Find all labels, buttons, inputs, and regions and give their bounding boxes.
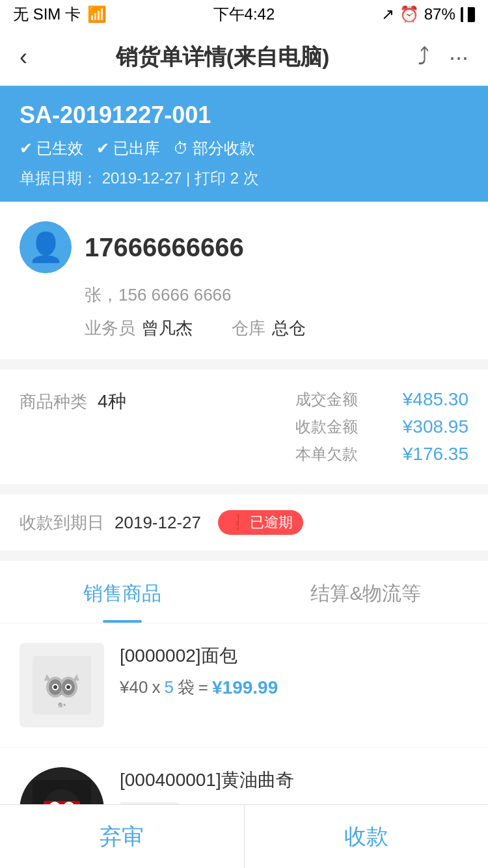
page-title: 销货单详情(来自电脑) (116, 42, 330, 72)
back-button[interactable]: ‹ (20, 44, 27, 71)
status-left: 无 SIM 卡 📶 (13, 4, 107, 25)
due-label: 收款到期日 (20, 511, 104, 534)
warehouse-label: 仓库 (232, 317, 265, 340)
location-icon: ↗ (381, 5, 394, 23)
overdue-text: 已逾期 (250, 513, 293, 532)
tabs-row: 销售商品 结算&物流等 (0, 561, 488, 623)
battery-icon: ▌ (461, 7, 475, 22)
amount-label-2: 收款金额 (295, 416, 358, 437)
date-label: 单据日期： (20, 169, 98, 187)
category-value: 4种 (98, 389, 126, 414)
amount-label-3: 本单欠款 (295, 444, 358, 465)
customer-name: 张，156 6666 6666 (20, 284, 468, 306)
badge-effective: ✔ 已生效 (20, 138, 83, 159)
tab-settlement[interactable]: 结算&物流等 (244, 561, 488, 623)
amount-row-2: 收款金额 ¥308.95 (295, 416, 468, 437)
svg-point-8 (66, 685, 70, 689)
header-date: 单据日期： 2019-12-27 | 打印 2 次 (20, 168, 468, 189)
clock-icon: ⏱ (173, 139, 189, 157)
product-name-1: [0000002]面包 (120, 643, 468, 668)
amount-value-2: ¥308.95 (377, 416, 468, 437)
nav-bar: ‹ 销货单详情(来自电脑) ⤴ ··· (0, 29, 488, 86)
tab-products[interactable]: 销售商品 (0, 561, 244, 623)
check-icon-1: ✔ (20, 139, 33, 157)
list-item: 鱼+ [0000002]面包 ¥40 x 5 袋 = ¥199.99 (0, 623, 488, 748)
summary-row: 商品种类 4种 成交金额 ¥485.30 收款金额 ¥308.95 本单欠款 ¥… (20, 389, 468, 465)
badge-shipped: ✔ 已出库 (96, 138, 160, 159)
confirm-button[interactable]: 收款 (245, 805, 489, 868)
unit-1: 袋 (178, 676, 195, 699)
overdue-badge: ❗ 已逾期 (218, 510, 303, 535)
customer-section: 👤 17666666666 张，156 6666 6666 业务员 曾凡杰 仓库… (0, 202, 488, 359)
date-value: 2019-12-27 (102, 169, 182, 187)
status-bar: 无 SIM 卡 📶 下午4:42 ↗ ⏰ 87% ▌ (0, 0, 488, 29)
status-time: 下午4:42 (213, 4, 275, 25)
due-date-section: 收款到期日 2019-12-27 ❗ 已逾期 (0, 495, 488, 550)
summary-right: 成交金额 ¥485.30 收款金额 ¥308.95 本单欠款 ¥176.35 (295, 389, 468, 465)
amount-row-3: 本单欠款 ¥176.35 (295, 444, 468, 465)
check-icon-2: ✔ (96, 139, 109, 157)
product-image-1: 鱼+ (20, 643, 104, 727)
salesperson-label: 业务员 (85, 317, 135, 340)
order-id: SA-20191227-001 (20, 102, 468, 129)
customer-row: 👤 17666666666 (20, 221, 468, 273)
salesperson-value: 曾凡杰 (142, 317, 193, 340)
cancel-button[interactable]: 弃审 (0, 805, 245, 868)
customer-avatar: 👤 (20, 221, 72, 273)
amount-value-1: ¥485.30 (377, 389, 468, 410)
product-icon-1: 鱼+ (33, 656, 91, 714)
status-right: ↗ ⏰ 87% ▌ (381, 5, 475, 23)
product-info-1: [0000002]面包 ¥40 x 5 袋 = ¥199.99 (120, 643, 468, 699)
product-price-row-1: ¥40 x 5 袋 = ¥199.99 (120, 676, 468, 699)
svg-point-7 (53, 685, 57, 689)
product-thumb-1: 鱼+ (20, 643, 104, 727)
price-1: ¥40 (120, 677, 148, 698)
summary-left: 商品种类 4种 (20, 389, 126, 414)
equals-1: = (198, 677, 208, 698)
qty-1: 5 (164, 677, 173, 698)
print-info: 打印 2 次 (195, 169, 259, 187)
total-1: ¥199.99 (212, 677, 278, 698)
amount-row-1: 成交金额 ¥485.30 (295, 389, 468, 410)
multiply-icon-1: x (152, 677, 160, 698)
carrier-label: 无 SIM 卡 (13, 4, 81, 25)
header-band: SA-20191227-001 ✔ 已生效 ✔ 已出库 ⏱ 部分收款 单据日期：… (0, 86, 488, 202)
summary-section: 商品种类 4种 成交金额 ¥485.30 收款金额 ¥308.95 本单欠款 ¥… (0, 370, 488, 484)
overdue-icon: ❗ (228, 514, 246, 531)
tabs-section: 销售商品 结算&物流等 (0, 561, 488, 623)
pipe-separator: | (186, 169, 195, 187)
share-button[interactable]: ⤴ (418, 44, 429, 71)
amount-value-3: ¥176.35 (377, 444, 468, 465)
customer-phone: 17666666666 (85, 233, 244, 262)
more-button[interactable]: ··· (449, 44, 468, 71)
badge-partial-payment: ⏱ 部分收款 (173, 138, 255, 159)
header-badges: ✔ 已生效 ✔ 已出库 ⏱ 部分收款 (20, 138, 468, 159)
avatar-icon: 👤 (28, 230, 64, 264)
nav-icons: ⤴ ··· (418, 44, 468, 71)
warehouse-value: 总仓 (272, 317, 306, 340)
bottom-bar: 弃审 收款 (0, 804, 488, 868)
due-date-value: 2019-12-27 (115, 513, 201, 533)
wifi-icon: 📶 (87, 5, 107, 23)
product-name-2: [000400001]黄油曲奇 (120, 767, 468, 793)
amount-label-1: 成交金额 (295, 389, 358, 410)
customer-info-row: 业务员 曾凡杰 仓库 总仓 (20, 317, 468, 340)
category-label: 商品种类 (20, 390, 87, 413)
battery-label: 87% (424, 5, 455, 23)
alarm-icon: ⏰ (400, 5, 419, 23)
svg-text:鱼+: 鱼+ (58, 702, 66, 708)
